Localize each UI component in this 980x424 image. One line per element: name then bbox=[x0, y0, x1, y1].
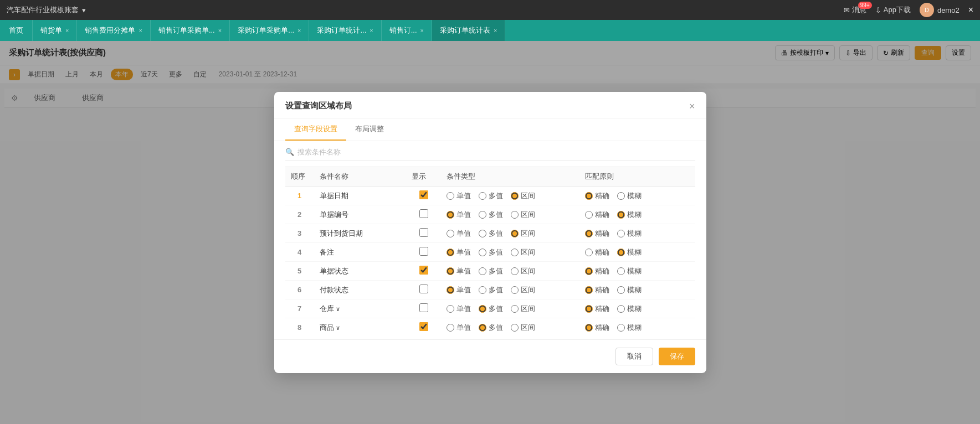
close-top-icon[interactable]: × bbox=[968, 5, 973, 15]
tab-5-close[interactable]: × bbox=[370, 27, 373, 34]
show-checkbox-4[interactable] bbox=[419, 266, 428, 275]
tab-7-active[interactable]: 采购订单统计表 × bbox=[432, 20, 505, 41]
tab-6-close[interactable]: × bbox=[420, 27, 424, 34]
rule-exact-radio-2[interactable] bbox=[585, 230, 593, 237]
rule-fuzzy-radio-7[interactable] bbox=[617, 324, 625, 332]
cell-show-6[interactable] bbox=[406, 299, 441, 318]
rule-exact-radio-5[interactable] bbox=[585, 286, 593, 294]
rule-fuzzy-label-3[interactable]: 模糊 bbox=[617, 247, 642, 257]
type-multi-radio-0[interactable] bbox=[479, 192, 486, 200]
tab-sales-expense[interactable]: 销售费用分摊单 × bbox=[77, 20, 150, 41]
type-range-radio-0[interactable] bbox=[511, 192, 519, 200]
rule-exact-label-6[interactable]: 精确 bbox=[585, 304, 609, 314]
rule-exact-label-1[interactable]: 精确 bbox=[585, 210, 609, 220]
type-range-radio-2[interactable] bbox=[511, 230, 519, 237]
rule-fuzzy-label-6[interactable]: 模糊 bbox=[617, 304, 642, 314]
type-multi-label-4[interactable]: 多值 bbox=[479, 266, 503, 276]
rule-fuzzy-radio-3[interactable] bbox=[617, 249, 625, 256]
tab-sales-expense-close[interactable]: × bbox=[138, 27, 142, 34]
rule-exact-label-5[interactable]: 精确 bbox=[585, 285, 609, 295]
rule-exact-label-7[interactable]: 精确 bbox=[585, 323, 609, 333]
rule-fuzzy-label-4[interactable]: 模糊 bbox=[617, 266, 642, 276]
rule-fuzzy-radio-6[interactable] bbox=[617, 305, 625, 313]
cell-show-5[interactable] bbox=[406, 281, 441, 299]
tab-sales-order-close[interactable]: × bbox=[65, 27, 69, 34]
notification-area[interactable]: ✉ 消息 99+ bbox=[844, 5, 866, 15]
show-checkbox-1[interactable] bbox=[419, 209, 428, 218]
type-multi-label-3[interactable]: 多值 bbox=[479, 247, 503, 257]
rule-exact-radio-4[interactable] bbox=[585, 267, 593, 275]
cell-show-2[interactable] bbox=[406, 224, 441, 243]
cell-show-1[interactable] bbox=[406, 205, 441, 224]
type-multi-label-7[interactable]: 多值 bbox=[479, 323, 503, 333]
type-single-radio-1[interactable] bbox=[447, 211, 454, 219]
type-multi-radio-3[interactable] bbox=[479, 249, 486, 256]
type-multi-radio-2[interactable] bbox=[479, 230, 486, 237]
tab-3-close[interactable]: × bbox=[218, 27, 222, 34]
show-checkbox-2[interactable] bbox=[419, 228, 428, 237]
tab-6[interactable]: 销售订... × bbox=[382, 20, 432, 41]
type-range-label-3[interactable]: 区间 bbox=[511, 247, 535, 257]
type-range-radio-7[interactable] bbox=[511, 324, 519, 332]
type-single-radio-7[interactable] bbox=[447, 324, 454, 332]
rule-fuzzy-label-2[interactable]: 模糊 bbox=[617, 229, 642, 239]
rule-fuzzy-label-7[interactable]: 模糊 bbox=[617, 323, 642, 333]
tab-4-close[interactable]: × bbox=[297, 27, 301, 34]
type-range-label-6[interactable]: 区间 bbox=[511, 304, 535, 314]
type-single-label-1[interactable]: 单值 bbox=[447, 210, 471, 220]
show-checkbox-3[interactable] bbox=[419, 247, 428, 256]
tab-home[interactable]: 首页 bbox=[0, 20, 33, 41]
type-single-label-4[interactable]: 单值 bbox=[447, 266, 471, 276]
cell-show-4[interactable] bbox=[406, 262, 441, 281]
type-multi-radio-6[interactable] bbox=[479, 305, 486, 313]
app-dropdown-icon[interactable]: ▾ bbox=[82, 6, 86, 14]
type-range-label-0[interactable]: 区间 bbox=[511, 191, 535, 201]
type-single-radio-3[interactable] bbox=[447, 249, 454, 256]
type-range-label-2[interactable]: 区间 bbox=[511, 229, 535, 239]
rule-fuzzy-label-5[interactable]: 模糊 bbox=[617, 285, 642, 295]
type-range-radio-6[interactable] bbox=[511, 305, 519, 313]
type-single-label-2[interactable]: 单值 bbox=[447, 229, 471, 239]
tab-sales-order[interactable]: 销货单 × bbox=[33, 20, 77, 41]
cell-show-0[interactable] bbox=[406, 187, 441, 205]
type-multi-label-5[interactable]: 多值 bbox=[479, 285, 503, 295]
type-single-label-5[interactable]: 单值 bbox=[447, 285, 471, 295]
dialog-tab-query-fields[interactable]: 查询字段设置 bbox=[285, 118, 346, 141]
type-multi-label-1[interactable]: 多值 bbox=[479, 210, 503, 220]
rule-fuzzy-radio-2[interactable] bbox=[617, 230, 625, 237]
rule-fuzzy-label-1[interactable]: 模糊 bbox=[617, 210, 642, 220]
type-single-radio-0[interactable] bbox=[447, 192, 454, 200]
rule-fuzzy-label-0[interactable]: 模糊 bbox=[617, 191, 642, 201]
type-single-radio-4[interactable] bbox=[447, 267, 454, 275]
type-range-radio-3[interactable] bbox=[511, 249, 519, 256]
type-single-radio-6[interactable] bbox=[447, 305, 454, 313]
save-button[interactable]: 保存 bbox=[659, 348, 695, 365]
app-download-area[interactable]: ⇩ App下载 bbox=[875, 5, 911, 15]
type-range-label-5[interactable]: 区间 bbox=[511, 285, 535, 295]
rule-exact-label-4[interactable]: 精确 bbox=[585, 266, 609, 276]
type-range-radio-1[interactable] bbox=[511, 211, 519, 219]
dialog-tab-layout[interactable]: 布局调整 bbox=[346, 118, 393, 141]
rule-exact-radio-3[interactable] bbox=[585, 249, 593, 256]
rule-fuzzy-radio-1[interactable] bbox=[617, 211, 625, 219]
rule-exact-label-3[interactable]: 精确 bbox=[585, 247, 609, 257]
tab-7-close[interactable]: × bbox=[494, 27, 497, 34]
rule-fuzzy-radio-4[interactable] bbox=[617, 267, 625, 275]
show-checkbox-7[interactable] bbox=[419, 322, 428, 331]
rule-fuzzy-radio-5[interactable] bbox=[617, 286, 625, 294]
type-range-label-7[interactable]: 区间 bbox=[511, 323, 535, 333]
type-single-radio-2[interactable] bbox=[447, 230, 454, 237]
rule-exact-radio-0[interactable] bbox=[585, 192, 593, 200]
type-multi-radio-4[interactable] bbox=[479, 267, 486, 275]
type-single-label-6[interactable]: 单值 bbox=[447, 304, 471, 314]
type-multi-label-0[interactable]: 多值 bbox=[479, 191, 503, 201]
rule-exact-radio-7[interactable] bbox=[585, 324, 593, 332]
type-multi-label-6[interactable]: 多值 bbox=[479, 304, 503, 314]
type-single-radio-5[interactable] bbox=[447, 286, 454, 294]
type-range-radio-5[interactable] bbox=[511, 286, 519, 294]
rule-exact-label-2[interactable]: 精确 bbox=[585, 229, 609, 239]
cell-show-7[interactable] bbox=[406, 318, 441, 333]
type-range-radio-4[interactable] bbox=[511, 267, 519, 275]
type-single-label-3[interactable]: 单值 bbox=[447, 247, 471, 257]
dialog-close-button[interactable]: × bbox=[689, 101, 695, 111]
